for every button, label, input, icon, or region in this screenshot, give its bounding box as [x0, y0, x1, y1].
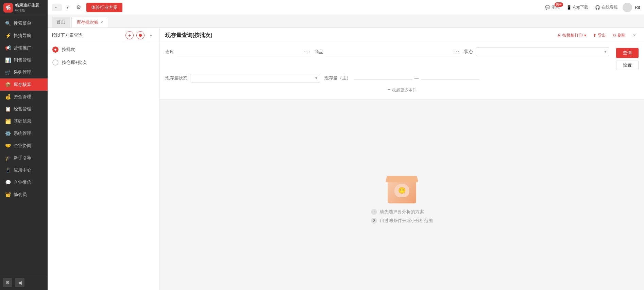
sidebar-item-search-label: 搜索菜单	[14, 20, 31, 26]
warehouse-dots-icon[interactable]: ···	[304, 49, 310, 55]
query-option-warehouse-batch[interactable]: 按仓库+批次	[48, 56, 159, 69]
purchase-icon: 🛒	[5, 69, 11, 75]
breadcrumb[interactable]: ···	[52, 4, 62, 11]
inventory-status-select[interactable]: ▾	[190, 74, 320, 83]
empty-hint-1: 1 请先选择要分析的方案	[371, 209, 433, 215]
sidebar-nav: 🔍 搜索菜单 ⚡ 快捷导航 📢 营销推广 📊 销售管理 🛒 采购管理 📦 库存核…	[0, 16, 48, 275]
sidebar-item-sales[interactable]: 📊 销售管理	[0, 54, 48, 66]
sidebar-item-business-label: 经营管理	[14, 106, 31, 112]
print-label: 按模板打印	[562, 33, 583, 38]
business-icon: 📋	[5, 106, 11, 112]
page-actions: 🖨 按模板打印 ▾ ⬆ 导出 ↻ 刷新 ×	[555, 31, 639, 39]
sidebar-footer: ⚙ ◀	[0, 275, 48, 290]
tab-close-button[interactable]: ×	[101, 20, 103, 24]
sidebar-item-system-label: 系统管理	[14, 130, 31, 137]
sidebar-item-collab-label: 企业协同	[14, 143, 31, 149]
empty-box-lid	[386, 176, 418, 182]
query-panel: 按以下方案查询 + « 按批次 按仓库+批次	[48, 28, 160, 290]
query-add-button[interactable]: +	[125, 31, 134, 39]
print-button[interactable]: 🖨 按模板打印 ▾	[555, 32, 588, 39]
user-name: Rit	[635, 5, 640, 10]
sidebar-item-shortcut-label: 快捷导航	[14, 33, 31, 39]
right-panel: 现存量查询(按批次) 🖨 按模板打印 ▾ ⬆ 导出 ↻ 刷新	[160, 28, 644, 290]
query-settings-button[interactable]	[136, 31, 145, 39]
user-avatar[interactable]	[623, 3, 632, 12]
status-filter-select[interactable]: ▾	[476, 47, 609, 56]
inventory-status-label: 现存量状态	[165, 75, 187, 81]
messages-badge: 99+	[555, 2, 563, 7]
refresh-label: 刷新	[617, 33, 626, 38]
app-download-label: App下载	[573, 4, 588, 10]
empty-illustration: 😶	[382, 166, 422, 203]
app-logo: 畅	[3, 3, 13, 13]
tab-inventory-batch-label: 库存批次账	[77, 19, 99, 25]
settings-button[interactable]: 设置	[616, 60, 639, 70]
sidebar-item-guide[interactable]: 🎓 新手引导	[0, 152, 48, 164]
sidebar-item-purchase[interactable]: 🛒 采购管理	[0, 66, 48, 78]
sidebar-settings-button[interactable]: ⚙	[3, 278, 12, 287]
system-icon: ⚙️	[5, 130, 11, 137]
product-filter-input[interactable]: ···	[326, 47, 460, 56]
online-support-button[interactable]: 🎧 在线客服	[593, 3, 620, 12]
range-separator: —	[414, 76, 419, 81]
query-option-batch[interactable]: 按批次	[48, 43, 159, 56]
current-qty-label: 现存量（主）	[324, 75, 351, 81]
tab-home[interactable]: 首页	[52, 17, 70, 28]
topbar-gear-button[interactable]: ⚙	[73, 2, 84, 13]
query-collapse-button[interactable]: «	[147, 31, 155, 39]
sidebar-item-guide-label: 新手引导	[14, 155, 31, 161]
sidebar-item-apps[interactable]: 📱 应用中心	[0, 164, 48, 176]
sidebar-item-inventory[interactable]: 📦 库存核算	[0, 78, 48, 91]
sidebar-item-member[interactable]: 👑 畅会员	[0, 188, 48, 201]
sidebar-item-business[interactable]: 📋 经营管理	[0, 103, 48, 115]
tab-inventory-batch[interactable]: 库存批次账 ×	[71, 17, 108, 28]
filter-area: 仓库 ··· 商品 ··· 状态	[160, 43, 644, 99]
query-panel-header: 按以下方案查询 + «	[48, 28, 159, 43]
sidebar-item-apps-label: 应用中心	[14, 167, 31, 173]
warehouse-batch-radio	[52, 59, 58, 66]
inventory-status-dropdown-icon: ▾	[315, 76, 317, 80]
empty-hints: 1 请先选择要分析的方案 2 用过滤条件来缩小分析范围	[371, 209, 433, 224]
sidebar-item-inventory-label: 库存核算	[14, 81, 31, 88]
collapse-label: 收起更多条件	[392, 87, 417, 93]
current-qty-range: —	[354, 76, 479, 81]
sidebar-item-finance[interactable]: 💰 资金管理	[0, 91, 48, 103]
breadcrumb-text: ···	[55, 5, 58, 10]
current-qty-max-input[interactable]	[421, 77, 480, 80]
warehouse-filter-input[interactable]: ···	[177, 47, 310, 56]
sidebar-collapse-button[interactable]: ◀	[15, 278, 24, 287]
content-area: 按以下方案查询 + « 按批次 按仓库+批次	[48, 28, 644, 290]
refresh-button[interactable]: ↻ 刷新	[611, 32, 628, 39]
sidebar-item-system[interactable]: ⚙️ 系统管理	[0, 127, 48, 140]
hint-2-number: 2	[371, 218, 377, 224]
sidebar-item-collab[interactable]: 🤝 企业协同	[0, 140, 48, 152]
sidebar-item-basic[interactable]: 🗂️ 基础信息	[0, 115, 48, 127]
trial-industry-button[interactable]: 体验行业方案	[86, 3, 122, 12]
export-button[interactable]: ⬆ 导出	[591, 32, 608, 39]
product-dots-icon[interactable]: ···	[453, 49, 460, 55]
print-dropdown-icon: ▾	[584, 33, 586, 38]
hint-1-number: 1	[371, 209, 377, 215]
print-icon: 🖨	[557, 33, 561, 38]
current-qty-min-input[interactable]	[354, 77, 412, 80]
sidebar-item-marketing[interactable]: 📢 营销推广	[0, 42, 48, 54]
page-close-button[interactable]: ×	[630, 31, 639, 39]
query-button[interactable]: 查询	[616, 48, 639, 58]
online-support-label: 在线客服	[601, 4, 618, 10]
member-icon: 👑	[5, 192, 11, 198]
sidebar-item-shortcut[interactable]: ⚡ 快捷导航	[0, 30, 48, 42]
sidebar: 畅 畅康通好生意 标准版 🔍 搜索菜单 ⚡ 快捷导航 📢 营销推广 📊 销售管理…	[0, 0, 48, 290]
sidebar-item-search[interactable]: 🔍 搜索菜单	[0, 17, 48, 30]
empty-box-face: 😶	[394, 184, 409, 197]
search-icon: 🔍	[5, 20, 11, 26]
shortcut-icon: ⚡	[5, 33, 11, 39]
app-title: 畅康通好生意	[15, 3, 39, 8]
sidebar-item-wechat[interactable]: 💬 企业微信	[0, 176, 48, 188]
topbar-dropdown-button[interactable]: ▾	[65, 4, 71, 11]
online-support-icon: 🎧	[595, 5, 600, 10]
tabbar: 首页 库存批次账 ×	[48, 15, 644, 28]
app-download-button[interactable]: 📱 App下载	[564, 3, 590, 12]
sidebar-item-sales-label: 销售管理	[14, 57, 31, 63]
collapse-bar[interactable]: ⌃ 收起更多条件	[165, 85, 639, 95]
messages-button[interactable]: 💬 消息 99+	[543, 3, 562, 12]
